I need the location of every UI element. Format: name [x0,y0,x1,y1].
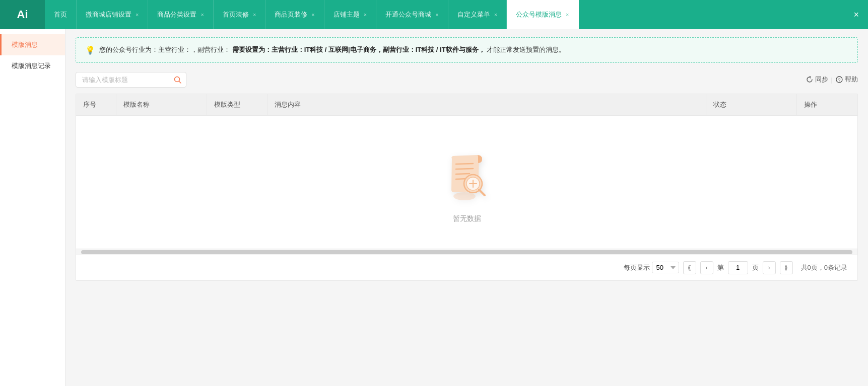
sidebar: 模版消息模版消息记录 [0,29,65,386]
page-unit: 页 [752,263,759,272]
close-all-button[interactable]: × [844,0,868,29]
empty-illustration [437,146,497,206]
app-logo: Ai [0,0,45,29]
prev-page-button[interactable]: ‹ [700,261,713,274]
svg-line-7 [456,174,470,174]
next-page-button[interactable]: › [763,261,776,274]
th-action: 操作 [797,94,857,115]
search-left [76,72,186,88]
notice-prefix: 您的公众号行业为：主营行业：，副营行业： [99,46,230,53]
notice-box: 💡 您的公众号行业为：主营行业：，副营行业： 需要设置为：主营行业：IT科技 /… [76,37,858,63]
nav-tabs: 首页微商城店铺设置×商品分类设置×首页装修×商品页装修×店铺主题×开通公众号商城… [45,0,844,29]
nav-tab-close-open-mall[interactable]: × [435,12,438,18]
help-button[interactable]: ? 帮助 [836,75,858,84]
svg-line-6 [456,169,473,169]
last-page-button[interactable]: ⟫ [780,261,793,274]
nav-tab-close-store-theme[interactable]: × [364,12,367,18]
empty-text: 暂无数据 [453,214,481,223]
first-page-button[interactable]: ⟪ [683,261,696,274]
svg-point-4 [453,192,476,200]
table-wrap: 序号模版名称模版类型消息内容状态操作 [76,94,858,281]
pagination: 每页显示 102050100 ⟪ ‹ 第 页 › ⟫ 共0页，0条记录 [76,255,857,280]
nav-tab-close-wsc-store[interactable]: × [136,12,139,18]
nav-tab-goods-category[interactable]: 商品分类设置× [148,0,213,29]
sync-label: 同步 [815,75,828,84]
empty-state: 暂无数据 [76,116,857,249]
svg-line-5 [456,164,473,164]
notice-icon: 💡 [85,45,95,55]
search-input-wrap [76,72,186,88]
top-nav: Ai 首页微商城店铺设置×商品分类设置×首页装修×商品页装修×店铺主题×开通公众… [0,0,868,29]
nav-tab-home[interactable]: 首页 [45,0,77,29]
search-right: 同步 | ? 帮助 [806,75,858,84]
empty-svg [437,146,497,206]
nav-tab-template-msg[interactable]: 公众号模版消息× [507,0,578,29]
sync-icon [806,76,813,83]
svg-line-1 [179,81,181,83]
nav-tab-close-goods-decor[interactable]: × [311,12,314,18]
nav-tab-goods-decor[interactable]: 商品页装修× [265,0,324,29]
nav-tab-custom-menu[interactable]: 自定义菜单× [448,0,507,29]
search-input[interactable] [76,72,186,88]
divider: | [831,76,833,84]
svg-line-13 [479,190,485,195]
content-area: 💡 您的公众号行业为：主营行业：，副营行业： 需要设置为：主营行业：IT科技 /… [65,29,868,386]
sync-button[interactable]: 同步 [806,75,828,84]
horizontal-scrollbar[interactable] [76,249,857,255]
page-label: 第 [717,263,724,272]
th-name: 模版名称 [116,94,207,115]
scroll-thumb[interactable] [81,250,852,254]
per-page-label: 每页显示 [624,263,650,272]
th-status: 状态 [706,94,797,115]
nav-tab-store-theme[interactable]: 店铺主题× [324,0,376,29]
nav-tab-home-decor[interactable]: 首页装修× [214,0,265,29]
per-page-select[interactable]: 102050100 [652,262,679,273]
nav-tab-open-mall[interactable]: 开通公众号商城× [376,0,448,29]
nav-tab-close-goods-category[interactable]: × [201,12,204,18]
nav-tab-wsc-store[interactable]: 微商城店铺设置× [77,0,148,29]
notice-text: 您的公众号行业为：主营行业：，副营行业： 需要设置为：主营行业：IT科技 / 互… [99,45,565,55]
search-bar: 同步 | ? 帮助 [76,72,858,88]
notice-suffix: 才能正常发送预置的消息。 [487,46,565,53]
search-button[interactable] [174,76,181,84]
svg-text:?: ? [838,78,840,83]
page-input[interactable] [728,261,748,274]
notice-highlight: 需要设置为：主营行业：IT科技 / 互联网|电子商务，副营行业：IT科技 / I… [232,46,485,53]
total-label: 共0页，0条记录 [801,263,847,272]
main-layout: 模版消息模版消息记录 💡 您的公众号行业为：主营行业：，副营行业： 需要设置为：… [0,29,868,386]
th-content: 消息内容 [268,94,706,115]
sidebar-item-template[interactable]: 模版消息 [0,34,65,55]
help-icon: ? [836,76,843,83]
nav-tab-close-template-msg[interactable]: × [566,12,569,18]
th-seq: 序号 [76,94,116,115]
per-page-wrap: 每页显示 102050100 [624,262,679,273]
th-type: 模版类型 [207,94,268,115]
table-header: 序号模版名称模版类型消息内容状态操作 [76,94,857,116]
help-label: 帮助 [845,75,858,84]
search-icon [174,76,181,84]
nav-tab-close-custom-menu[interactable]: × [494,12,497,18]
sidebar-item-template-record[interactable]: 模版消息记录 [0,55,65,76]
nav-tab-close-home-decor[interactable]: × [253,12,256,18]
